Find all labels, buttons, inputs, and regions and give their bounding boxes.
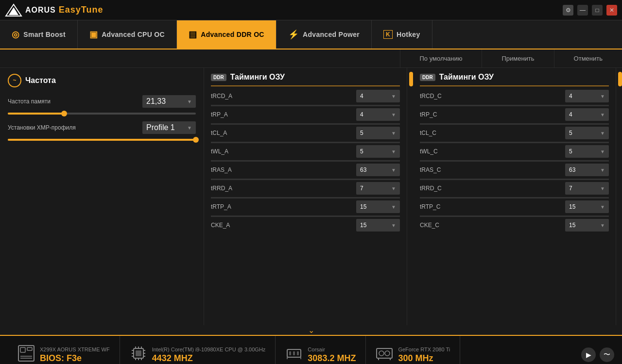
xmp-arrow: ▼ — [187, 125, 192, 131]
tab-advanced-ddr-oc[interactable]: ▤ Advanced DDR OC — [177, 20, 276, 49]
status-gpu-title: GeForce RTX 2080 Ti — [398, 347, 450, 352]
trcd-c-select[interactable]: 4 ▼ — [565, 90, 609, 102]
default-button[interactable]: По умолчанию — [400, 50, 482, 67]
status-motherboard-info: X299X AORUS XTREME WF BIOS: F3e — [40, 347, 110, 364]
timing-row-tras-a: tRAS_A 63 ▼ — [211, 162, 400, 178]
close-button[interactable]: ✕ — [606, 5, 617, 16]
tcl-a-label: tCL_A — [211, 130, 250, 136]
trtp-a-select[interactable]: 15 ▼ — [356, 200, 400, 213]
tab-hotkey-label: Hotkey — [397, 31, 420, 38]
trp-c-select[interactable]: 4 ▼ — [565, 108, 609, 121]
trtp-c-label: tRTP_C — [420, 203, 459, 210]
frequency-slider-row — [8, 113, 196, 115]
wave-button[interactable]: 〜 — [600, 347, 614, 362]
trrd-a-select[interactable]: 7 ▼ — [356, 182, 400, 195]
tab-hotkey[interactable]: K Hotkey — [372, 20, 432, 49]
trrd-c-select[interactable]: 7 ▼ — [565, 182, 609, 195]
tcl-c-label: tCL_C — [420, 130, 459, 136]
frequency-slider-thumb[interactable] — [61, 111, 67, 116]
status-mb-title: X299X AORUS XTREME WF — [40, 347, 110, 352]
frequency-select[interactable]: 21,33 ▼ — [142, 95, 196, 108]
xmp-slider-thumb[interactable] — [193, 137, 199, 143]
divider-5a — [211, 179, 400, 180]
timing-row-tcl-a: tCL_A 5 ▼ — [211, 125, 400, 141]
scroll-thumb-c[interactable] — [618, 72, 622, 86]
logo-area: AORUS EasyTune — [5, 3, 103, 17]
play-button[interactable]: ▶ — [581, 347, 596, 362]
status-mb-value: BIOS: F3e — [40, 353, 110, 364]
cke-c-select[interactable]: 15 ▼ — [565, 219, 609, 232]
trcd-a-select[interactable]: 4 ▼ — [356, 90, 400, 102]
ddr-c-title-text: Тайминги ОЗУ — [439, 73, 494, 82]
cke-c-label: CKE_C — [420, 222, 459, 229]
svg-rect-22 — [289, 351, 291, 355]
divider-1a — [211, 105, 400, 106]
tcl-c-select[interactable]: 5 ▼ — [565, 127, 609, 139]
cke-a-select[interactable]: 15 ▼ — [356, 219, 400, 232]
trp-c-arrow: ▼ — [600, 112, 605, 117]
timing-row-cke-a: CKE_A 15 ▼ — [211, 217, 400, 233]
timing-row-twl-c: tWL_C 5 ▼ — [420, 144, 609, 159]
apply-button[interactable]: Применить — [482, 50, 553, 67]
playback-controls: ▶ 〜 — [581, 347, 614, 362]
xmp-slider-track[interactable] — [8, 139, 196, 141]
trrd-a-label: tRRD_A — [211, 185, 250, 192]
twl-a-arrow: ▼ — [391, 149, 396, 154]
scroll-indicator-c[interactable] — [616, 68, 622, 325]
motherboard-icon — [17, 345, 35, 364]
ram-icon — [285, 345, 303, 364]
status-ram-title: Corsair — [308, 347, 356, 352]
xmp-select[interactable]: Profile 1 ▼ — [142, 121, 196, 134]
tras-a-select[interactable]: 63 ▼ — [356, 164, 400, 176]
tab-advanced-power[interactable]: ⚡ Advanced Power — [276, 20, 372, 49]
ddr-a-divider — [211, 85, 400, 86]
status-bar: X299X AORUS XTREME WF BIOS: F3e — [0, 335, 622, 364]
frequency-icon: ~ — [8, 74, 21, 87]
twl-a-select[interactable]: 5 ▼ — [356, 145, 400, 158]
cancel-button[interactable]: Отменить — [554, 50, 622, 67]
status-gpu-info: GeForce RTX 2080 Ti 300 MHz — [398, 347, 450, 364]
trp-a-label: tRP_A — [211, 111, 250, 118]
divider-6c — [420, 197, 609, 199]
tab-smart-boost[interactable]: ◎ Smart Boost — [0, 20, 78, 49]
scroll-thumb-a[interactable] — [409, 72, 413, 86]
timing-row-trcd-a: tRCD_A 4 ▼ — [211, 88, 400, 104]
title-bar: AORUS EasyTune ⚙ — □ ✕ — [0, 0, 622, 20]
trtp-c-arrow: ▼ — [600, 204, 605, 210]
frequency-slider-track[interactable] — [8, 113, 196, 115]
divider-5c — [420, 179, 609, 180]
tab-smart-boost-label: Smart Boost — [23, 31, 66, 38]
trp-a-select[interactable]: 4 ▼ — [356, 108, 400, 121]
scroll-down-bar: ⌄ — [0, 325, 622, 335]
status-cpu: Intel(R) Core(TM) i9-10980XE CPU @ 3.00G… — [120, 336, 276, 364]
cke-a-arrow: ▼ — [391, 223, 396, 228]
timing-row-trcd-c: tRCD_C 4 ▼ — [420, 88, 609, 104]
divider-1c — [420, 105, 609, 106]
frequency-panel-title: ~ Частота — [8, 74, 196, 87]
ddr-badge-a: DDR — [211, 74, 226, 81]
cke-a-value: 15 — [360, 222, 366, 229]
status-cpu-value: 4432 MHZ — [152, 353, 266, 364]
maximize-button[interactable]: □ — [592, 5, 603, 16]
scroll-down-icon: ⌄ — [308, 326, 314, 335]
scroll-indicator-a[interactable] — [407, 68, 413, 325]
tcl-a-select[interactable]: 5 ▼ — [356, 127, 400, 139]
twl-c-select[interactable]: 5 ▼ — [565, 145, 609, 158]
minimize-button[interactable]: — — [577, 5, 588, 16]
frequency-field-row: Частота памяти 21,33 ▼ — [8, 95, 196, 108]
trp-c-label: tRP_C — [420, 111, 459, 118]
settings-button[interactable]: ⚙ — [563, 5, 573, 16]
divider-7c — [420, 215, 609, 217]
tras-a-arrow: ▼ — [391, 167, 396, 173]
divider-7a — [211, 215, 400, 217]
tras-c-arrow: ▼ — [600, 167, 605, 173]
tras-c-select[interactable]: 63 ▼ — [565, 164, 609, 176]
trtp-a-value: 15 — [360, 203, 366, 210]
twl-c-arrow: ▼ — [600, 149, 605, 154]
trtp-c-value: 15 — [569, 203, 575, 210]
trtp-c-select[interactable]: 15 ▼ — [565, 200, 609, 213]
trcd-c-value: 4 — [569, 93, 572, 99]
tab-advanced-cpu-oc[interactable]: ▣ Advanced CPU OC — [78, 20, 177, 49]
ddr-c-divider — [420, 85, 609, 86]
tras-c-label: tRAS_C — [420, 166, 459, 173]
